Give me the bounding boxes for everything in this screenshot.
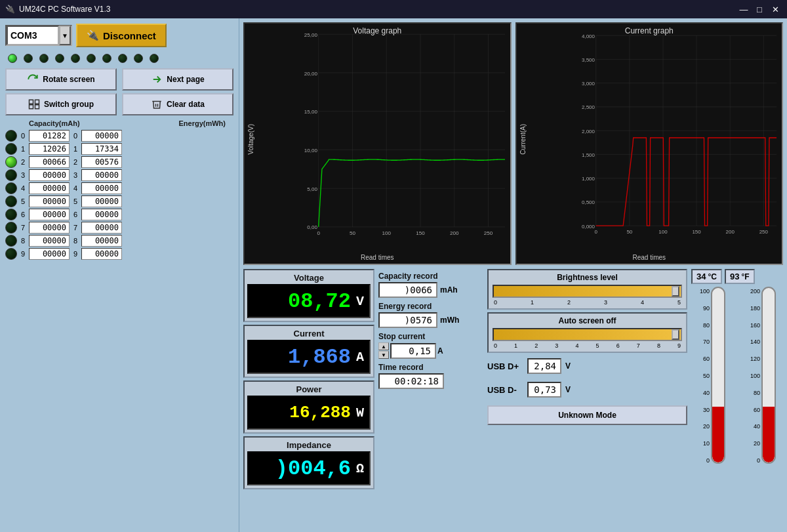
time-record-group: Time record 00:02:18 xyxy=(378,363,483,389)
led-7 xyxy=(5,222,17,234)
table-row: 8 00000 8 00000 xyxy=(5,235,233,247)
capacity-2: 00066 xyxy=(29,156,70,168)
com-port-value: COM3 xyxy=(10,30,37,41)
energy-record-label: Energy record xyxy=(378,302,483,311)
svg-text:20,00: 20,00 xyxy=(304,71,318,77)
current-graph-title: Current graph xyxy=(517,26,782,35)
brightness-slider[interactable] xyxy=(493,285,682,298)
svg-text:3,500: 3,500 xyxy=(582,57,595,63)
capacity-record-unit: mAh xyxy=(440,285,458,295)
energy-9: 00000 xyxy=(81,248,122,260)
close-button[interactable]: ✕ xyxy=(769,3,782,16)
autooff-slider[interactable] xyxy=(493,328,682,341)
svg-text:250: 250 xyxy=(484,230,493,236)
fahrenheit-unit: °F xyxy=(741,272,749,281)
led-5 xyxy=(5,195,17,207)
celsius-tube xyxy=(711,287,725,464)
svg-text:50: 50 xyxy=(626,230,632,235)
indicator-8 xyxy=(134,54,143,63)
rotate-screen-button[interactable]: Rotate screen xyxy=(5,68,117,91)
energy-2: 00576 xyxy=(81,156,122,168)
autooff-ticks: 0 1 2 3 4 5 6 7 8 9 xyxy=(493,342,682,349)
title-area: 🔌 UM24C PC Software V1.3 xyxy=(5,5,110,14)
row-num-3: 3 xyxy=(20,171,26,179)
clear-data-button[interactable]: Clear data xyxy=(122,93,233,115)
rotate-screen-label: Rotate screen xyxy=(43,75,94,84)
capacity-9: 00000 xyxy=(29,248,70,260)
table-row: 9 00000 9 00000 xyxy=(5,248,233,260)
disconnect-button[interactable]: 🔌 Disconnect xyxy=(76,24,167,47)
led-1 xyxy=(5,143,17,155)
row-num-2: 2 xyxy=(20,158,26,166)
row-num-1: 1 xyxy=(20,145,26,153)
time-record-row: 00:02:18 xyxy=(378,373,483,389)
led-0 xyxy=(5,130,17,142)
svg-text:100: 100 xyxy=(658,230,668,235)
capacity-5: 00000 xyxy=(29,195,70,207)
thermometer-section: 34 °C 93 °F 100 xyxy=(691,269,783,528)
svg-text:0,500: 0,500 xyxy=(582,199,595,205)
current-graph-svg: 4,0003,5003,0002,5002,0001,5001,0000,500… xyxy=(550,29,777,244)
svg-text:100: 100 xyxy=(382,230,392,236)
svg-text:10,00: 10,00 xyxy=(304,148,318,153)
autooff-thumb[interactable] xyxy=(672,329,679,340)
current-x-label: Read times xyxy=(517,254,782,261)
mode-button[interactable]: Unknown Mode xyxy=(487,405,687,425)
power-meter-label: Power xyxy=(247,384,371,394)
row-num2-9: 9 xyxy=(72,250,79,258)
indicator-4 xyxy=(71,54,80,63)
row-num-4: 4 xyxy=(20,184,26,192)
capacity-4: 00000 xyxy=(29,182,70,194)
disconnect-icon: 🔌 xyxy=(87,30,99,41)
led-4 xyxy=(5,182,17,194)
row-num2-0: 0 xyxy=(72,132,79,140)
brightness-thumb[interactable] xyxy=(672,286,679,297)
thermometers: 100 90 80 70 60 50 40 30 20 10 xyxy=(691,287,783,528)
row-num-5: 5 xyxy=(20,197,26,205)
capacity-6: 00000 xyxy=(29,209,70,220)
table-row: 5 00000 5 00000 xyxy=(5,195,233,207)
row-num2-5: 5 xyxy=(72,197,79,205)
row-num-9: 9 xyxy=(20,250,26,258)
current-y-label: Current(A) xyxy=(519,124,527,155)
energy-header: Energy(mWh) xyxy=(179,119,226,127)
usb-plus-unit: V xyxy=(565,361,571,371)
voltage-meter: Voltage 08,72 V xyxy=(243,269,374,322)
energy-1: 17334 xyxy=(81,143,122,155)
stop-current-up[interactable]: ▲ xyxy=(378,342,389,350)
current-value: 1,868 xyxy=(288,345,351,369)
capacity-3: 00000 xyxy=(29,169,70,181)
graphs-row: Voltage graph Voltage(V) 25,0020,0015,00… xyxy=(243,22,783,265)
indicator-6 xyxy=(102,54,111,63)
data-table-header: Capacity(mAh) Energy(mWh) xyxy=(5,118,233,129)
top-area: COM3 ▼ 🔌 Disconnect xyxy=(0,18,787,532)
minimize-button[interactable]: — xyxy=(737,3,750,16)
celsius-thermometer: 100 90 80 70 60 50 40 30 20 10 xyxy=(691,287,735,528)
svg-text:15,00: 15,00 xyxy=(304,109,318,115)
autooff-slider-container: 0 1 2 3 4 5 6 7 8 9 xyxy=(493,328,682,349)
next-page-button[interactable]: Next page xyxy=(122,68,233,91)
com-port-display: COM3 xyxy=(7,26,59,45)
clear-data-icon xyxy=(151,98,163,110)
com-dropdown-arrow[interactable]: ▼ xyxy=(59,26,71,45)
current-meter-label: Current xyxy=(247,329,371,338)
capacity-record-value: )0066 xyxy=(378,282,437,298)
action-row-2: Switch group Clear data xyxy=(5,93,233,115)
energy-record-row: )0576 mWh xyxy=(378,312,483,328)
maximize-button[interactable]: □ xyxy=(753,3,766,16)
brightness-label: Brightness level xyxy=(493,273,682,282)
led-6 xyxy=(5,209,17,220)
energy-4: 00000 xyxy=(81,182,122,194)
brightness-ticks: 0 1 2 3 4 5 xyxy=(493,299,682,306)
stop-current-value: 0,15 xyxy=(390,343,436,359)
row-num2-1: 1 xyxy=(72,145,79,153)
switch-group-button[interactable]: Switch group xyxy=(5,93,117,115)
usb-minus-label: USB D- xyxy=(487,385,523,395)
stop-current-unit: A xyxy=(437,346,443,356)
indicator-3 xyxy=(55,54,64,63)
svg-rect-2 xyxy=(30,105,33,109)
impedance-meter-display: )004,6 Ω xyxy=(247,451,371,485)
fahrenheit-display: 93 °F xyxy=(725,269,755,284)
stop-current-down[interactable]: ▼ xyxy=(378,351,389,359)
power-meter: Power 16,288 W xyxy=(243,380,374,434)
